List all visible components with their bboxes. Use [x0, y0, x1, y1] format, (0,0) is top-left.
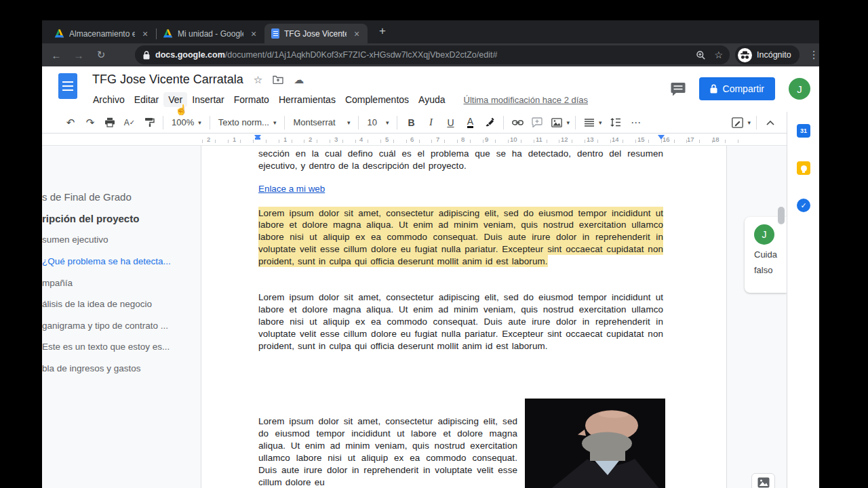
title-row: TFG Jose Vicente Carratala ☆ ☁	[92, 73, 304, 87]
document-hyperlink[interactable]: Enlace a mi web	[258, 184, 325, 194]
browser-tab-my-drive[interactable]: Mi unidad - Google Drive ×	[156, 24, 264, 43]
outline-item[interactable]: Este es un texto que estoy es...	[42, 336, 198, 358]
move-folder-icon[interactable]	[273, 75, 283, 84]
chevron-down-icon[interactable]: ▾	[566, 119, 570, 126]
forward-icon[interactable]: →	[71, 49, 87, 61]
undo-icon[interactable]: ↶	[62, 115, 79, 131]
chevron-down-icon[interactable]: ▾	[747, 119, 751, 126]
print-icon[interactable]	[102, 115, 118, 131]
share-button[interactable]: Compartir	[699, 77, 775, 100]
outline-item[interactable]: ganigrama y tipo de contrato ...	[42, 315, 198, 337]
document-title[interactable]: TFG Jose Vicente Carratala	[92, 73, 243, 87]
left-indent-marker[interactable]	[254, 135, 261, 140]
font-size-select[interactable]: 10▾	[364, 115, 391, 131]
tab-close-icon[interactable]: ×	[140, 28, 151, 39]
chevron-down-icon[interactable]: ▾	[599, 119, 602, 126]
text-color-button[interactable]: A	[462, 115, 478, 131]
paragraph-intro[interactable]: sección en la cual defino cuál es el pro…	[258, 148, 663, 172]
menu-editar[interactable]: Editar	[130, 92, 164, 107]
chevron-down-icon: ▾	[273, 119, 277, 126]
back-icon[interactable]: ←	[48, 49, 64, 61]
editing-mode-button[interactable]	[729, 115, 745, 131]
first-line-indent-marker[interactable]	[255, 138, 260, 140]
browser-window: Almacenamiento en la nube pa × Mi unidad…	[42, 20, 819, 488]
browser-navbar: ← → ↻ docs.google.com/document/d/1Aj1Aqk…	[42, 43, 819, 66]
document-outline: s de Final de Grado ripción del proyecto…	[42, 186, 198, 379]
add-comment-icon[interactable]	[529, 115, 545, 131]
spellcheck-icon[interactable]: A✓	[121, 115, 138, 131]
calendar-icon[interactable]: 31	[797, 124, 810, 138]
menu-herramientas[interactable]: Herramientas	[274, 92, 340, 107]
ruler-label: 11	[536, 136, 542, 143]
menu-complementos[interactable]: Complementos	[340, 92, 414, 107]
outline-item[interactable]: mpañía	[42, 272, 198, 293]
italic-button[interactable]: I	[422, 115, 439, 131]
insert-link-icon[interactable]	[509, 115, 526, 131]
address-bar[interactable]: docs.google.com/document/d/1Aj1AqkhD0Kof…	[135, 45, 730, 64]
browser-menu-icon[interactable]: ⋮	[809, 49, 819, 61]
comment-card[interactable]: J Cuida falso	[745, 217, 787, 293]
vertical-scrollbar[interactable]	[778, 207, 785, 224]
outline-item[interactable]: bla de ingresos y gastos	[42, 358, 198, 380]
underline-button[interactable]: U	[442, 115, 458, 131]
header-actions: Compartir J	[671, 77, 810, 100]
ruler-label: 14	[612, 136, 619, 143]
mouse-cursor: ☝	[175, 104, 188, 116]
paragraph-body[interactable]: Lorem ipsum dolor sit amet, consectetur …	[258, 291, 663, 352]
paragraph-highlighted[interactable]: Lorem ipsum dolor sit amet, consectetur …	[258, 207, 663, 268]
account-avatar[interactable]: J	[789, 78, 810, 100]
toolbar-right: ▾	[729, 115, 778, 131]
image-icon	[757, 477, 770, 488]
screen: Almacenamiento en la nube pa × Mi unidad…	[0, 0, 868, 488]
outline-item[interactable]: ripción del proyecto	[42, 208, 198, 230]
outline-item-active[interactable]: ¿Qué problema se ha detecta...	[42, 251, 198, 272]
docs-logo-icon[interactable]	[58, 73, 77, 99]
menu-archivo[interactable]: Archivo	[88, 92, 130, 107]
right-indent-marker[interactable]	[658, 135, 665, 140]
reload-icon[interactable]: ↻	[93, 49, 109, 61]
portrait-photo[interactable]	[525, 399, 665, 488]
line-spacing-icon[interactable]	[608, 115, 624, 131]
tab-close-icon[interactable]: ×	[248, 28, 259, 39]
insert-image-icon[interactable]	[549, 115, 565, 131]
last-modified-link[interactable]: Última modificación hace 2 días	[464, 95, 589, 105]
new-tab-button[interactable]: +	[374, 24, 391, 40]
outline-item[interactable]: sumen ejecutivo	[42, 229, 198, 251]
url-domain: docs.google.com	[155, 50, 225, 60]
menu-formato[interactable]: Formato	[229, 92, 274, 107]
zoom-search-icon[interactable]	[696, 50, 706, 60]
document-page[interactable]: sección en la cual defino cuál es el pro…	[201, 146, 727, 488]
ruler-label: 4	[359, 136, 363, 143]
bold-button[interactable]: B	[403, 115, 419, 131]
highlight-color-button[interactable]	[481, 115, 498, 131]
menu-ayuda[interactable]: Ayuda	[414, 92, 450, 107]
bulb-icon	[801, 165, 807, 171]
drive-icon	[54, 29, 64, 39]
outline-item[interactable]: álisis de la idea de negocio	[42, 293, 198, 315]
align-button[interactable]	[581, 115, 597, 131]
font-select[interactable]: Montserrat▾	[290, 115, 353, 131]
bookmark-star-icon[interactable]: ☆	[714, 49, 723, 60]
docs-header: TFG Jose Vicente Carratala ☆ ☁ Archivo E…	[42, 66, 819, 112]
paragraph-style-select[interactable]: Texto norm...▾	[216, 115, 279, 131]
menu-insertar[interactable]: Insertar	[187, 92, 229, 107]
zoom-select[interactable]: 100%▾	[169, 115, 204, 131]
outline-item[interactable]: s de Final de Grado	[42, 186, 198, 208]
paint-format-icon[interactable]	[141, 115, 157, 131]
keep-icon[interactable]	[797, 161, 810, 175]
redo-icon[interactable]: ↷	[82, 115, 98, 131]
more-tools-icon[interactable]: ⋯	[628, 115, 644, 131]
star-document-icon[interactable]: ☆	[254, 74, 262, 86]
tab-close-icon[interactable]: ×	[351, 28, 362, 39]
comment-text-line: Cuida	[754, 249, 777, 260]
paragraph-wrapped[interactable]: Lorem ipsum dolor sit amet, consectetur …	[258, 415, 517, 488]
tasks-icon[interactable]: ✓	[797, 199, 810, 212]
image-options-button[interactable]	[751, 473, 775, 488]
tab-title: Mi unidad - Google Drive	[178, 29, 243, 39]
browser-tab-docs-active[interactable]: TFG Jose Vicente Carratala - D ×	[264, 24, 368, 43]
incognito-badge: Incógnito	[735, 45, 800, 64]
collapse-toolbar-icon[interactable]	[762, 115, 778, 131]
browser-tab-drive-storage[interactable]: Almacenamiento en la nube pa ×	[47, 24, 156, 43]
ruler[interactable]: 2 1 1 2 3 4 5 6 7 8 9 10 11 12 13 14 15 …	[42, 134, 787, 146]
comments-icon[interactable]	[671, 82, 686, 96]
